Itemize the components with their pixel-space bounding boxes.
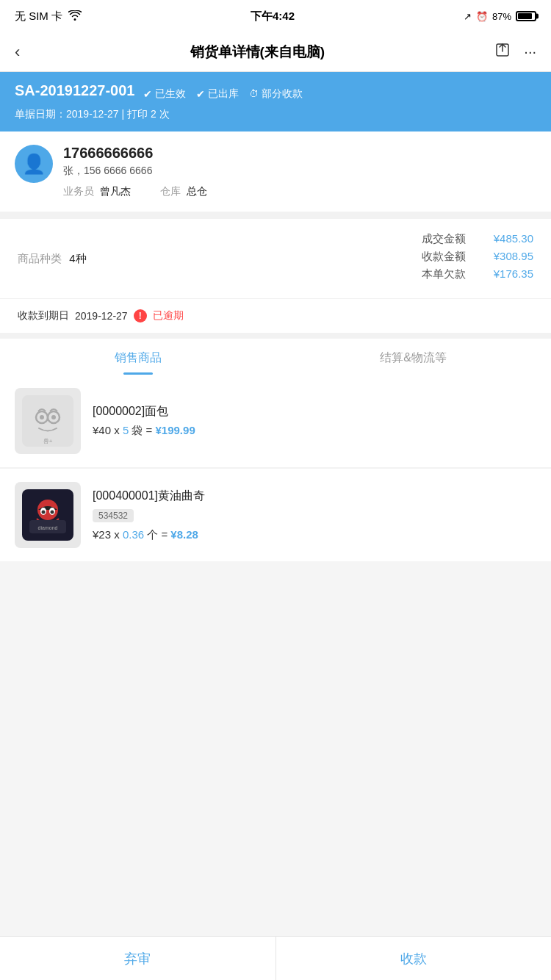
nav-bar: ‹ 销货单详情(来自电脑) ··· [0,32,551,72]
bottom-spacer [0,563,551,614]
customer-name: 17666666666 [63,145,536,162]
stats-left: 商品种类 4种 [18,252,87,266]
due-section: 收款到期日 2019-12-27 ! 已逾期 [0,298,551,333]
stats-right: 成交金额 ¥485.30 收款金额 ¥308.95 本单欠款 ¥176.35 [422,232,533,285]
tab-products[interactable]: 销售商品 [0,339,276,375]
product-total-1: ¥199.99 [156,424,195,436]
status-time: 下午4:42 [251,10,295,24]
product-sku-2: 534532 [93,509,134,522]
due-date-value: 2019-12-27 [75,310,128,322]
back-button[interactable]: ‹ [15,43,20,62]
product-count: 商品种类 4种 [18,252,87,266]
order-badges: ✔ 已生效 ✔ 已出库 ⏱ 部分收款 [143,87,303,101]
customer-details: 业务员 曾凡杰 仓库 总仓 [63,185,536,198]
battery-icon [516,11,536,21]
product-card-2: diamond [000400001]黄油曲奇 534532 ¥23 x 0.3… [0,469,551,561]
deal-amount-value: ¥485.30 [475,232,533,246]
overdue-text: 已逾期 [153,309,184,323]
svg-point-11 [42,511,46,514]
svg-point-5 [51,415,56,419]
page-title: 销货单详情(来自电脑) [190,43,325,62]
customer-section: 👤 17666666666 张，156 6666 6666 业务员 曾凡杰 仓库… [0,131,551,212]
received-row: 收款金额 ¥308.95 [422,250,533,264]
product-details-2: [000400001]黄油曲奇 534532 ¥23 x 0.36 个 = ¥8… [93,489,536,542]
product-price-2: ¥23 x 0.36 个 = ¥8.28 [93,528,536,542]
share-icon[interactable] [494,42,511,62]
deal-amount-row: 成交金额 ¥485.30 [422,232,533,246]
product-name-1: [0000002]面包 [93,404,536,419]
product-details-1: [0000002]面包 ¥40 x 5 袋 = ¥199.99 [93,404,536,438]
collect-button[interactable]: 收款 [276,937,552,980]
status-right: ↗ ⏰ 87% [464,11,536,22]
product-card-1: 兽+ [0000002]面包 ¥40 x 5 袋 = ¥199.99 [0,375,551,467]
order-banner: SA-20191227-001 ✔ 已生效 ✔ 已出库 ⏱ 部分收款 单据日期：… [0,72,551,131]
order-date: 单据日期：2019-12-27 | 打印 2 次 [15,108,536,121]
carrier-label: 无 SIM 卡 [15,10,62,24]
due-date-label: 收款到期日 [18,309,69,323]
status-badge-1: ✔ 已生效 [143,87,186,101]
svg-point-12 [51,511,54,514]
svg-text:diamond: diamond [38,525,58,530]
product-price-1: ¥40 x 5 袋 = ¥199.99 [93,424,536,438]
warehouse-item: 仓库 总仓 [160,185,207,198]
order-id: SA-20191227-001 [15,82,134,99]
products-section: 兽+ [0000002]面包 ¥40 x 5 袋 = ¥199.99 [0,375,551,561]
product-image-1: 兽+ [15,388,81,454]
product-qty-1: 5 [123,424,129,436]
location-icon: ↗ [464,11,472,22]
customer-contact: 张，156 6666 6666 [63,165,536,178]
divider-1 [0,212,551,219]
tabs-section: 销售商品 结算&物流等 [0,333,551,375]
svg-point-4 [40,415,44,419]
battery-percent: 87% [492,11,511,22]
received-value: ¥308.95 [475,250,533,264]
owed-row: 本单欠款 ¥176.35 [422,267,533,281]
status-bar: 无 SIM 卡 下午4:42 ↗ ⏰ 87% [0,0,551,32]
status-badge-2: ✔ 已出库 [196,87,239,101]
wifi-icon [68,10,82,23]
bottom-bar: 弃审 收款 [0,936,551,980]
product-qty-2: 0.36 [123,528,144,541]
reject-button[interactable]: 弃审 [0,937,276,980]
more-icon[interactable]: ··· [524,43,536,60]
product-total-2: ¥8.28 [170,528,198,541]
owed-value: ¥176.35 [475,267,533,281]
overdue-icon: ! [134,309,147,323]
alarm-icon: ⏰ [476,11,488,22]
svg-text:兽+: 兽+ [43,438,53,444]
battery-fill [518,13,532,19]
status-left: 无 SIM 卡 [15,10,82,24]
stats-section: 商品种类 4种 成交金额 ¥485.30 收款金额 ¥308.95 本单欠款 ¥… [0,219,551,298]
customer-avatar: 👤 [15,145,53,183]
nav-actions: ··· [494,42,536,62]
product-name-2: [000400001]黄油曲奇 [93,489,536,504]
product-image-2: diamond [15,482,81,548]
salesperson-item: 业务员 曾凡杰 [63,185,131,198]
customer-info: 17666666666 张，156 6666 6666 业务员 曾凡杰 仓库 总… [63,145,536,198]
status-badge-3: ⏱ 部分收款 [249,87,303,101]
tab-settlement[interactable]: 结算&物流等 [276,339,551,375]
